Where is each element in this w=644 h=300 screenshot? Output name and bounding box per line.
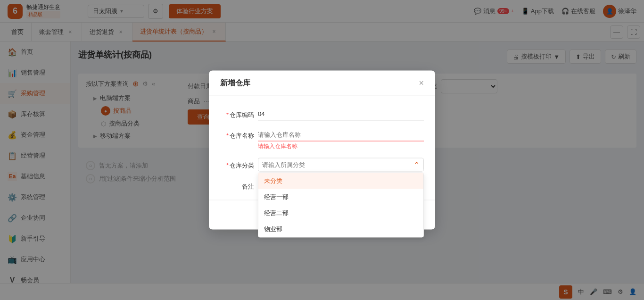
form-row-code: 仓库编码 bbox=[220, 108, 424, 121]
name-input-wrap: 请输入仓库名称 bbox=[258, 128, 424, 150]
category-dropdown: 未分类 经营一部 经营二部 物业部 bbox=[258, 173, 424, 238]
category-chevron-up-icon[interactable]: ⌃ bbox=[413, 160, 420, 169]
name-input[interactable] bbox=[258, 128, 424, 142]
name-error-msg: 请输入仓库名称 bbox=[258, 142, 424, 150]
modal-title: 新增仓库 bbox=[220, 78, 250, 88]
note-label: 备注 bbox=[220, 179, 258, 191]
category-input-wrap: ⌃ 未分类 经营一部 经营二部 物业部 bbox=[258, 158, 424, 172]
code-input[interactable] bbox=[258, 108, 424, 121]
dropdown-item-dept1[interactable]: 经营一部 bbox=[258, 189, 423, 205]
modal-add-warehouse: 新增仓库 × 仓库编码 仓库名称 请输入仓库名称 仓库分类 ⌃ bbox=[209, 71, 435, 230]
code-label: 仓库编码 bbox=[220, 108, 258, 119]
name-label: 仓库名称 bbox=[220, 128, 258, 140]
category-label: 仓库分类 bbox=[220, 158, 258, 170]
category-input[interactable] bbox=[262, 161, 413, 168]
code-input-wrap bbox=[258, 108, 424, 121]
modal-body: 仓库编码 仓库名称 请输入仓库名称 仓库分类 ⌃ 未分类 bbox=[209, 96, 435, 192]
dropdown-item-dept2[interactable]: 经营二部 bbox=[258, 205, 423, 221]
category-selector[interactable]: ⌃ bbox=[258, 158, 424, 172]
form-row-category: 仓库分类 ⌃ 未分类 经营一部 经营二部 物业部 bbox=[220, 158, 424, 172]
modal-header: 新增仓库 × bbox=[209, 71, 435, 96]
form-row-name: 仓库名称 请输入仓库名称 bbox=[220, 128, 424, 150]
dropdown-item-uncategorized[interactable]: 未分类 bbox=[258, 173, 423, 189]
dropdown-item-dept3[interactable]: 物业部 bbox=[258, 221, 423, 237]
modal-close-icon[interactable]: × bbox=[419, 78, 424, 88]
